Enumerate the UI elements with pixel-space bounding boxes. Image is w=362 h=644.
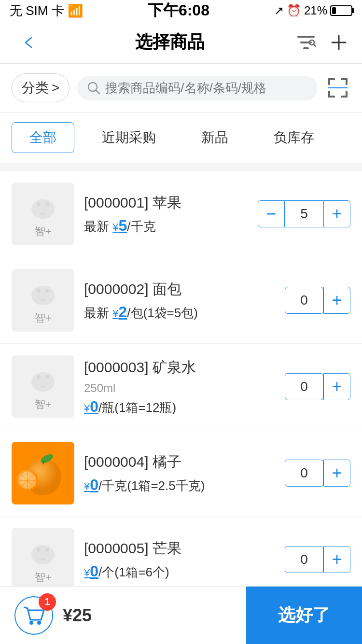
product-price: 最新 ¥5/千克: [84, 217, 258, 235]
svg-point-21: [31, 286, 55, 305]
category-button[interactable]: 分类 >: [12, 73, 70, 102]
nav-actions: [296, 34, 348, 51]
svg-point-52: [29, 621, 33, 625]
list-item: 智+ [0000003] 矿泉水 250ml ¥0/瓶(1箱=12瓶) +: [0, 344, 362, 430]
status-bar: 无 SIM 卡 📶 下午6:08 ↗ ⏰ 21%: [0, 0, 362, 21]
product-name: [0000005] 芒果: [84, 539, 285, 559]
list-item: [0000004] 橘子 ¥0/千克(1箱=2.5千克) +: [0, 430, 362, 517]
quantity-input[interactable]: [285, 546, 323, 573]
product-controls-0000004: +: [285, 460, 350, 487]
list-item: 智+ [0000001] 苹果 最新 ¥5/千克 − +: [0, 171, 362, 257]
product-name: [0000003] 矿泉水: [84, 358, 285, 378]
battery-icon: [330, 5, 352, 16]
svg-rect-2: [303, 47, 309, 49]
back-button[interactable]: [14, 28, 43, 57]
filter-bar: 分类 >: [0, 64, 362, 112]
battery-percent: 21%: [304, 4, 327, 17]
list-item: 智+ [0000002] 面包 最新 ¥2/包(1袋=5包) +: [0, 257, 362, 344]
svg-point-42: [31, 545, 55, 564]
svg-point-24: [37, 289, 41, 293]
status-right: ↗ ⏰ 21%: [274, 4, 352, 17]
nav-bar: 选择商品: [0, 21, 362, 64]
tab-new[interactable]: 新品: [183, 122, 246, 153]
product-image-0000003: 智+: [12, 355, 74, 418]
increase-button[interactable]: +: [323, 200, 350, 227]
product-image-0000002: 智+: [12, 269, 74, 332]
product-list: 智+ [0000001] 苹果 最新 ¥5/千克 − +: [0, 171, 362, 644]
tab-bar: 全部 近期采购 新品 负库存: [0, 112, 362, 163]
product-placeholder: 智+: [26, 275, 60, 325]
page-title: 选择商品: [135, 30, 205, 54]
svg-point-19: [37, 202, 41, 206]
increase-button[interactable]: +: [323, 373, 350, 400]
product-image-0000001: 智+: [12, 182, 74, 245]
product-price: ¥0/千克(1箱=2.5千克): [84, 476, 285, 494]
product-controls-0000002: +: [285, 287, 350, 314]
status-time: 下午6:08: [148, 0, 209, 21]
status-carrier: 无 SIM 卡 📶: [10, 2, 83, 19]
product-price: ¥0/瓶(1箱=12瓶): [84, 398, 285, 416]
alarm-icon: ⏰: [287, 4, 301, 17]
svg-point-20: [45, 202, 49, 206]
product-controls-0000001: − +: [258, 200, 350, 227]
product-placeholder: 智+: [26, 362, 60, 412]
increase-button[interactable]: +: [323, 287, 350, 314]
quantity-input[interactable]: [285, 373, 323, 400]
svg-point-26: [31, 372, 55, 392]
search-input[interactable]: [105, 81, 308, 96]
add-button[interactable]: [330, 34, 348, 51]
svg-rect-10: [346, 78, 348, 85]
tab-negative[interactable]: 负库存: [256, 122, 332, 153]
product-info-0000001: [0000001] 苹果 最新 ¥5/千克: [84, 193, 258, 235]
product-placeholder: 智+: [26, 534, 60, 585]
product-info-0000004: [0000004] 橘子 ¥0/千克(1箱=2.5千克): [84, 452, 285, 494]
svg-rect-8: [328, 78, 330, 85]
cart-button[interactable]: 1: [14, 596, 53, 635]
svg-line-6: [96, 90, 99, 94]
scan-button[interactable]: [325, 75, 350, 100]
svg-point-46: [45, 548, 49, 552]
product-placeholder: 智+: [26, 189, 60, 239]
tab-all[interactable]: 全部: [12, 122, 74, 153]
svg-point-16: [31, 199, 55, 219]
bottom-bar: 1 ¥25 选好了: [0, 586, 362, 644]
svg-rect-12: [328, 91, 330, 98]
decrease-button[interactable]: −: [258, 200, 285, 227]
svg-point-29: [37, 375, 41, 379]
quantity-input[interactable]: [285, 460, 323, 487]
product-price: ¥0/个(1箱=6个): [84, 562, 285, 581]
quantity-input[interactable]: [285, 287, 323, 314]
product-name: [0000002] 面包: [84, 280, 285, 299]
product-price: 最新 ¥2/包(1袋=5包): [84, 303, 285, 322]
increase-button[interactable]: +: [323, 460, 350, 487]
cart-area: 1 ¥25: [0, 596, 246, 635]
cart-total: ¥25: [63, 605, 92, 626]
svg-point-45: [37, 548, 41, 552]
product-controls-0000003: +: [285, 373, 350, 400]
tab-recent[interactable]: 近期采购: [84, 122, 174, 153]
svg-line-4: [314, 44, 316, 46]
svg-rect-0: [297, 36, 315, 38]
search-icon: [87, 81, 100, 95]
svg-point-30: [45, 375, 49, 379]
svg-point-25: [45, 289, 49, 293]
category-chevron: >: [52, 80, 59, 96]
product-name: [0000001] 苹果: [84, 193, 258, 213]
product-info-0000002: [0000002] 面包 最新 ¥2/包(1袋=5包): [84, 280, 285, 322]
product-image-0000004: [12, 442, 74, 504]
section-divider: [0, 163, 362, 171]
svg-rect-14: [346, 91, 348, 98]
svg-point-53: [37, 621, 41, 625]
product-name: [0000004] 橘子: [84, 452, 285, 472]
product-image-0000005: 智+: [12, 528, 74, 591]
confirm-button[interactable]: 选好了: [246, 587, 362, 644]
search-box: [77, 76, 318, 100]
location-icon: ↗: [274, 4, 284, 17]
category-label: 分类: [22, 79, 49, 97]
cart-badge: 1: [39, 593, 56, 611]
product-info-0000003: [0000003] 矿泉水 250ml ¥0/瓶(1箱=12瓶): [84, 358, 285, 416]
increase-button[interactable]: +: [323, 546, 350, 573]
filter-button[interactable]: [296, 34, 316, 51]
quantity-input[interactable]: [285, 200, 323, 227]
product-controls-0000005: +: [285, 546, 350, 573]
